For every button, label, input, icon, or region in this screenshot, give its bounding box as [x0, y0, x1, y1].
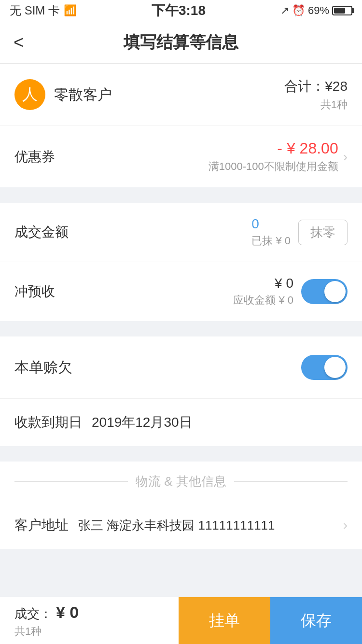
debit-section: 本单赊欠 收款到期日 2019年12月30日 — [0, 336, 362, 446]
coupon-discount: - ¥ 28.00 — [209, 140, 338, 157]
logistics-line-right — [234, 481, 348, 482]
coupon-info: - ¥ 28.00 满1000-100不限制使用金额 — [209, 140, 338, 174]
due-date-row: 收款到期日 2019年12月30日 — [0, 398, 362, 446]
bottom-transaction-label: 成交： — [14, 605, 52, 622]
transaction-amount-label: 成交金额 — [14, 223, 69, 241]
avatar: 人 — [14, 79, 45, 110]
section-divider-2 — [0, 329, 362, 336]
customer-name: 零散客户 — [54, 85, 112, 105]
chevron-right-icon: › — [343, 149, 348, 165]
address-label: 客户地址 — [14, 516, 69, 534]
bottom-count: 共1种 — [14, 624, 164, 639]
battery-fill — [334, 8, 345, 14]
transaction-amount-sub: 已抹 ¥ 0 — [251, 234, 291, 248]
customer-total: 合计：¥28 共1种 — [284, 77, 348, 112]
section-divider-3 — [0, 454, 362, 462]
bottom-bar: 成交： ¥ 0 共1种 挂单 保存 — [0, 597, 362, 644]
customer-section: 人 零散客户 合计：¥28 共1种 优惠券 - ¥ 28.00 满1000-10… — [0, 64, 362, 187]
customer-row: 人 零散客户 合计：¥28 共1种 — [0, 64, 362, 126]
battery-icon — [332, 6, 352, 15]
toggle-thumb — [324, 281, 346, 302]
prepayment-row: 冲预收 ¥ 0 应收金额 ¥ 0 — [0, 262, 362, 321]
transaction-amount-block: 0 已抹 ¥ 0 — [251, 216, 291, 248]
address-value: 张三 海淀永丰科技园 11111111111 — [78, 517, 343, 534]
transaction-amount-value: 0 — [251, 216, 291, 232]
address-row[interactable]: 客户地址 张三 海淀永丰科技园 11111111111 › — [0, 502, 362, 549]
prepayment-right: ¥ 0 应收金额 ¥ 0 — [233, 276, 348, 308]
bottom-transaction-row: 成交： ¥ 0 — [14, 603, 164, 622]
customer-info: 人 零散客户 — [14, 79, 112, 110]
back-button[interactable]: < — [14, 32, 24, 53]
logistics-line-left — [14, 481, 128, 482]
coupon-right: - ¥ 28.00 满1000-100不限制使用金额 › — [209, 140, 348, 174]
prepayment-block: ¥ 0 应收金额 ¥ 0 — [233, 276, 293, 308]
section-divider-1 — [0, 195, 362, 203]
bottom-amount: ¥ 0 — [56, 603, 79, 622]
logistics-label: 物流 & 其他信息 — [136, 473, 226, 490]
logistics-header: 物流 & 其他信息 — [0, 462, 362, 502]
prepayment-toggle[interactable] — [301, 279, 348, 304]
transaction-amount-row: 成交金额 0 已抹 ¥ 0 抹零 — [0, 203, 362, 262]
avatar-icon: 人 — [22, 84, 38, 105]
due-date-value: 2019年12月30日 — [92, 413, 193, 432]
wifi-icon: 📶 — [64, 4, 77, 17]
status-bar: 无 SIM 卡 📶 下午3:18 ↗ ⏰ 69% — [0, 0, 362, 21]
round-down-button[interactable]: 抹零 — [298, 220, 348, 245]
transaction-section: 成交金额 0 已抹 ¥ 0 抹零 冲预收 ¥ 0 应收金额 ¥ 0 — [0, 203, 362, 321]
prepayment-sub: 应收金额 ¥ 0 — [233, 293, 293, 308]
nav-bar: < 填写结算等信息 — [0, 21, 362, 64]
prepayment-value: ¥ 0 — [233, 276, 293, 291]
pending-button[interactable]: 挂单 — [179, 597, 270, 644]
transaction-amount-right: 0 已抹 ¥ 0 抹零 — [251, 216, 348, 248]
bottom-info: 成交： ¥ 0 共1种 — [0, 603, 179, 639]
save-button[interactable]: 保存 — [270, 597, 362, 644]
total-amount: 合计：¥28 — [284, 77, 348, 96]
battery-percent: 69% — [308, 4, 329, 17]
coupon-label: 优惠券 — [14, 148, 55, 166]
status-time: 下午3:18 — [152, 1, 206, 20]
location-icon: ↗ — [280, 4, 289, 17]
status-right: ↗ ⏰ 69% — [280, 4, 352, 17]
debit-toggle[interactable] — [301, 355, 348, 380]
coupon-row[interactable]: 优惠券 - ¥ 28.00 满1000-100不限制使用金额 › — [0, 126, 362, 187]
debit-row: 本单赊欠 — [0, 336, 362, 398]
debit-label: 本单赊欠 — [14, 358, 72, 378]
coupon-description: 满1000-100不限制使用金额 — [209, 159, 338, 174]
address-chevron-icon: › — [343, 518, 348, 533]
page-title: 填写结算等信息 — [124, 31, 238, 54]
prepayment-label: 冲预收 — [14, 282, 55, 301]
due-date-label: 收款到期日 — [14, 413, 82, 432]
debit-toggle-thumb — [324, 357, 346, 378]
alarm-icon: ⏰ — [292, 4, 305, 17]
status-left: 无 SIM 卡 📶 — [10, 3, 77, 18]
total-count: 共1种 — [284, 98, 348, 112]
logistics-section: 物流 & 其他信息 客户地址 张三 海淀永丰科技园 11111111111 › — [0, 462, 362, 549]
sim-label: 无 SIM 卡 — [10, 3, 60, 18]
